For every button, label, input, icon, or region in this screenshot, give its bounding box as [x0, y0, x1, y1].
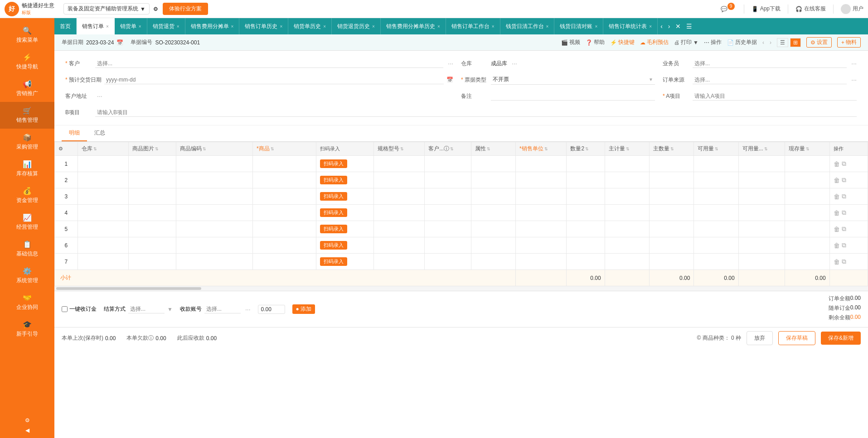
row-5-unit[interactable] — [516, 221, 567, 237]
row-2-stock[interactable] — [785, 172, 829, 188]
row-1-unit[interactable] — [516, 156, 567, 172]
row-5-cust[interactable] — [425, 221, 471, 237]
row-3-unit[interactable] — [516, 188, 567, 205]
row-6-scan[interactable]: 扫码录入 — [316, 237, 373, 254]
row-5-delete-icon[interactable]: 🗑 — [834, 226, 840, 233]
row-4-unit[interactable] — [516, 205, 567, 221]
row-7-unit[interactable] — [516, 254, 567, 270]
industry-btn[interactable]: 体验行业方案 — [163, 3, 208, 15]
row-1-image[interactable] — [128, 156, 176, 172]
row-4-avail2[interactable] — [738, 205, 785, 221]
row-3-avail2[interactable] — [738, 188, 785, 205]
horizontal-scrollbar[interactable] — [54, 286, 868, 291]
save-new-btn[interactable]: 保存&新增 — [821, 332, 861, 345]
sidebar-settings-btn[interactable]: ⚙ — [25, 417, 30, 424]
row-7-scan[interactable]: 扫码录入 — [316, 254, 373, 270]
row-7-stock[interactable] — [785, 254, 829, 270]
row-1-spec[interactable] — [373, 156, 424, 172]
row-6-copy-icon[interactable]: ⧉ — [842, 241, 846, 249]
row-7-code[interactable] — [176, 254, 253, 270]
col-product[interactable]: *商品⇅ — [252, 142, 316, 156]
tab-expense-history[interactable]: 销售费用分摊单历史 × — [381, 18, 446, 34]
sidebar-item-enterprise[interactable]: 🤝 企业协同 — [0, 289, 54, 316]
list-view-btn[interactable]: ☰ — [777, 38, 788, 47]
salesperson-more-btn[interactable]: ··· — [851, 60, 857, 67]
row-5-spec[interactable] — [373, 221, 424, 237]
row-4-product[interactable] — [252, 205, 316, 221]
tab-sales-order[interactable]: 销售订单 × — [77, 18, 115, 34]
scroll-thumb[interactable] — [56, 287, 201, 290]
row-3-product[interactable] — [252, 188, 316, 205]
tab-close-invoice-history[interactable]: × — [323, 24, 326, 29]
row-5-image[interactable] — [128, 221, 176, 237]
row-7-cust[interactable] — [425, 254, 471, 270]
row-3-spec[interactable] — [373, 188, 424, 205]
add-goods-btn[interactable]: + 物料 — [837, 37, 861, 48]
row-6-main-unit[interactable] — [605, 237, 649, 254]
tab-close-sales-stats[interactable]: × — [649, 24, 652, 29]
help-btn[interactable]: ❓ 帮助 — [586, 39, 605, 46]
tab-close-daily-workbench[interactable]: × — [546, 24, 549, 29]
sidebar-item-search[interactable]: 🔍 搜索菜单 — [0, 22, 54, 48]
sidebar-item-sales[interactable]: 🛒 销售管理 — [0, 102, 54, 129]
row-5-attr[interactable] — [471, 221, 515, 237]
row-1-cust[interactable] — [425, 156, 471, 172]
scan-btn-7[interactable]: 扫码录入 — [320, 257, 347, 266]
row-6-delete-icon[interactable]: 🗑 — [834, 242, 840, 249]
row-1-warehouse[interactable] — [78, 156, 128, 172]
sidebar-item-quicknav[interactable]: ⚡ 快捷导航 — [0, 48, 54, 75]
col-available2[interactable]: 可用量...⇅ — [738, 142, 785, 156]
tab-close-sales-expense[interactable]: × — [231, 24, 234, 29]
row-6-image[interactable] — [128, 237, 176, 254]
row-4-stock[interactable] — [785, 205, 829, 221]
row-2-main-unit[interactable] — [605, 172, 649, 188]
tab-invoice-history[interactable]: 销货单历史 × — [288, 18, 332, 34]
row-6-cust[interactable] — [425, 237, 471, 254]
row-7-avail2[interactable] — [738, 254, 785, 270]
row-3-qty2[interactable] — [567, 188, 605, 205]
online-service-btn[interactable]: 🎧 在线客服 — [795, 5, 826, 13]
delivery-calendar-icon[interactable]: 📅 — [446, 77, 453, 83]
row-3-avail[interactable] — [694, 188, 738, 205]
row-4-image[interactable] — [128, 205, 176, 221]
col-sales-unit[interactable]: *销售单位⇅ — [516, 142, 567, 156]
row-1-delete-icon[interactable]: 🗑 — [834, 160, 840, 168]
row-1-scan[interactable]: 扫码录入 — [316, 156, 373, 172]
row-6-stock[interactable] — [785, 237, 829, 254]
tab-detail[interactable]: 明细 — [62, 125, 87, 141]
notes-input[interactable] — [491, 92, 655, 101]
one-click-checkbox[interactable] — [62, 306, 68, 312]
row-2-code[interactable] — [176, 172, 253, 188]
row-4-main-qty[interactable] — [650, 205, 694, 221]
customer-address-more-btn[interactable]: ··· — [97, 92, 102, 100]
row-5-warehouse[interactable] — [78, 221, 128, 237]
row-5-product[interactable] — [252, 221, 316, 237]
col-spec[interactable]: 规格型号⇅ — [373, 142, 424, 156]
profit-btn[interactable]: ☁ 毛利预估 — [640, 39, 669, 46]
print-btn[interactable]: 🖨 打印 ▼ — [674, 39, 698, 46]
row-4-scan[interactable]: 扫码录入 — [316, 205, 373, 221]
row-3-cust[interactable] — [425, 188, 471, 205]
customer-input[interactable] — [95, 59, 443, 68]
row-5-avail[interactable] — [694, 221, 738, 237]
warehouse-more-btn[interactable]: ··· — [512, 60, 517, 67]
col-warehouse[interactable]: 仓库⇅ — [78, 142, 128, 156]
operations-btn[interactable]: ⋯ 操作 — [704, 39, 722, 46]
row-7-main-unit[interactable] — [605, 254, 649, 270]
sidebar-item-purchase[interactable]: 📦 采购管理 — [0, 129, 54, 155]
row-5-main-qty[interactable] — [650, 221, 694, 237]
row-7-warehouse[interactable] — [78, 254, 128, 270]
tab-sales-expense[interactable]: 销售费用分摊单 × — [185, 18, 240, 34]
order-source-more-btn[interactable]: ··· — [851, 76, 857, 83]
row-6-main-qty[interactable] — [650, 237, 694, 254]
col-product-code[interactable]: 商品编码⇅ — [176, 142, 253, 156]
scan-btn-2[interactable]: 扫码录入 — [320, 176, 347, 184]
sidebar-item-system[interactable]: ⚙️ 系统管理 — [0, 262, 54, 289]
col-stock[interactable]: 现存量⇅ — [785, 142, 829, 156]
nav-prev-icon[interactable]: ‹ — [762, 39, 764, 46]
row-2-delete-icon[interactable]: 🗑 — [834, 177, 840, 184]
row-2-avail[interactable] — [694, 172, 738, 188]
col-customer-code[interactable]: 客户...ⓘ⇅ — [425, 142, 471, 156]
amount-input[interactable] — [258, 305, 285, 314]
row-3-scan[interactable]: 扫码录入 — [316, 188, 373, 205]
